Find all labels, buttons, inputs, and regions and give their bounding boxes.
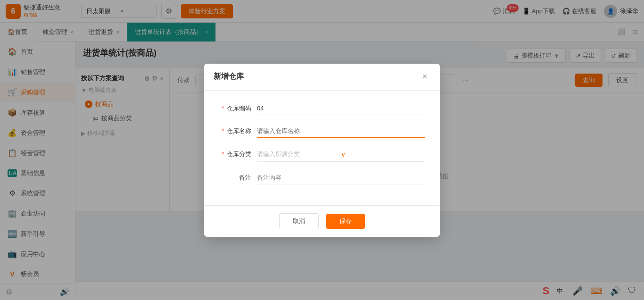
code-required-star: *	[222, 105, 224, 112]
warehouse-code-label: * 仓库编码	[219, 104, 257, 113]
warehouse-name-input[interactable]	[257, 125, 425, 138]
category-dropdown-icon: ∨	[341, 150, 425, 158]
new-warehouse-dialog: 新增仓库 × * 仓库编码 * 仓库名称	[204, 64, 440, 237]
dialog-footer: 取消 保存	[204, 205, 440, 237]
dialog-body: * 仓库编码 * 仓库名称 * 仓库分类 请输入	[204, 91, 440, 205]
warehouse-remark-input[interactable]	[257, 171, 425, 184]
cancel-button[interactable]: 取消	[279, 213, 319, 229]
name-required-star: *	[222, 127, 224, 134]
category-placeholder: 请输入所属分类	[257, 150, 341, 158]
warehouse-category-field: * 仓库分类 请输入所属分类 ∨	[219, 147, 425, 162]
save-button[interactable]: 保存	[326, 214, 365, 229]
warehouse-category-label: * 仓库分类	[219, 150, 257, 158]
warehouse-remark-field: 备注	[219, 171, 425, 184]
dialog-header: 新增仓库 ×	[204, 64, 440, 91]
warehouse-name-field: * 仓库名称	[219, 125, 425, 138]
warehouse-category-select[interactable]: 请输入所属分类 ∨	[257, 147, 425, 162]
category-required-star: *	[222, 150, 224, 158]
warehouse-code-input[interactable]	[257, 102, 425, 115]
warehouse-remark-label: 备注	[219, 174, 257, 182]
warehouse-name-label: * 仓库名称	[219, 127, 257, 135]
dialog-overlay: 新增仓库 × * 仓库编码 * 仓库名称	[0, 0, 644, 300]
warehouse-code-field: * 仓库编码	[219, 102, 425, 115]
dialog-title: 新增仓库	[214, 72, 244, 82]
dialog-close-button[interactable]: ×	[419, 71, 430, 83]
